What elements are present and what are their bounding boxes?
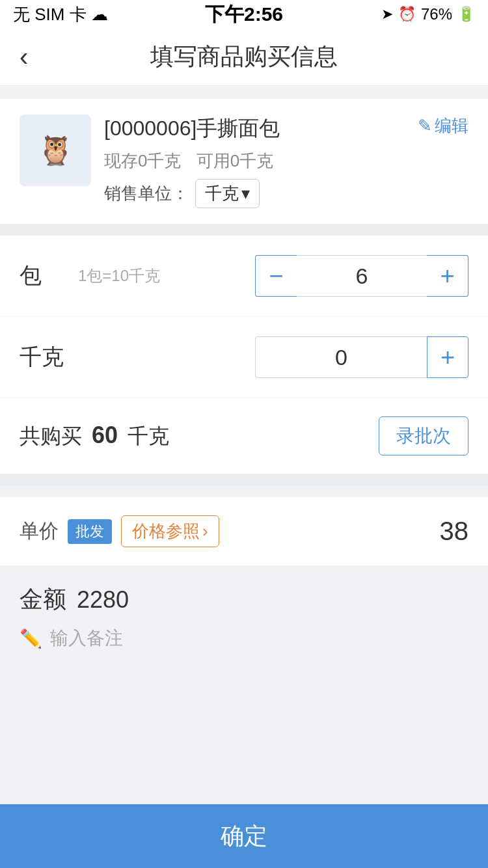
confirm-button[interactable]: 确定	[221, 821, 267, 852]
status-time: 下午2:56	[205, 1, 283, 28]
amount-label: 金额	[20, 584, 66, 616]
price-ref-button[interactable]: 价格参照 ›	[121, 515, 219, 547]
kg-quantity-input[interactable]	[255, 336, 427, 378]
status-right: ➤ ⏰ 76% 🔋	[381, 5, 475, 23]
unit-value: 千克	[205, 182, 239, 205]
kg-increment-button[interactable]: +	[427, 336, 468, 378]
stock-label: 现存0千克	[104, 151, 181, 170]
price-section: 单价 批发 价格参照 › 38	[0, 497, 488, 565]
product-thumbnail: 🦉	[20, 115, 91, 186]
edit-icon: ✎	[418, 116, 432, 136]
product-info: [0000006]手撕面包 ✎ 编辑 现存0千克 可用0千克 销售单位： 千克 …	[104, 115, 468, 208]
location-icon: ➤	[381, 6, 393, 23]
price-ref-arrow-icon: ›	[202, 521, 208, 541]
section-divider-1	[0, 224, 488, 236]
product-stock: 现存0千克 可用0千克	[104, 150, 468, 172]
amount-value: 2280	[77, 586, 129, 614]
bag-hint: 1包=10千克	[78, 265, 255, 286]
status-left: 无 SIM 卡 ☁	[13, 3, 108, 26]
kg-label: 千克	[20, 342, 72, 372]
battery-icon: 🔋	[457, 6, 475, 23]
bag-quantity-control: − +	[255, 255, 468, 297]
available-label: 可用0千克	[197, 151, 273, 170]
back-button[interactable]: ‹	[20, 42, 28, 72]
product-top-row: [0000006]手撕面包 ✎ 编辑	[104, 115, 468, 150]
bag-quantity-row: 包 1包=10千克 − +	[0, 236, 488, 317]
summary-unit: 千克	[128, 424, 169, 448]
bag-quantity-input[interactable]	[297, 255, 427, 297]
summary-row: 共购买 60 千克 录批次	[0, 398, 488, 474]
battery-label: 76%	[421, 5, 452, 23]
remark-row[interactable]: ✏️ 输入备注	[20, 626, 468, 651]
page-title: 填写商品购买信息	[150, 41, 338, 73]
edit-label: 编辑	[435, 115, 468, 137]
confirm-bar[interactable]: 确定	[0, 804, 488, 868]
status-bar: 无 SIM 卡 ☁ 下午2:56 ➤ ⏰ 76% 🔋	[0, 0, 488, 29]
bag-increment-button[interactable]: +	[427, 255, 468, 297]
no-sim-label: 无 SIM 卡 ☁	[13, 3, 108, 26]
edit-button[interactable]: ✎ 编辑	[418, 115, 468, 137]
kg-quantity-control: +	[255, 336, 468, 378]
batch-button[interactable]: 录批次	[379, 416, 468, 455]
price-value: 38	[440, 517, 469, 546]
price-batch-tag: 批发	[68, 519, 112, 544]
section-divider-2	[0, 474, 488, 485]
summary-label: 共购买	[20, 424, 82, 448]
bag-decrement-button[interactable]: −	[255, 255, 297, 297]
nav-bar: ‹ 填写商品购买信息	[0, 29, 488, 86]
summary-text: 共购买 60 千克	[20, 422, 169, 451]
product-logo-icon: 🦉	[38, 133, 74, 167]
alarm-icon: ⏰	[398, 6, 416, 23]
remark-placeholder: 输入备注	[50, 626, 123, 651]
product-card: 🦉 [0000006]手撕面包 ✎ 编辑 现存0千克 可用0千克 销售单位： 千…	[0, 99, 488, 224]
pencil-icon: ✏️	[20, 628, 42, 649]
product-name: [0000006]手撕面包	[104, 115, 280, 143]
product-unit-row: 销售单位： 千克 ▾	[104, 179, 468, 208]
price-row: 单价 批发 价格参照 › 38	[20, 515, 468, 547]
amount-section: 金额 2280 ✏️ 输入备注	[0, 565, 488, 661]
kg-quantity-row: 千克 +	[0, 317, 488, 398]
summary-quantity: 60	[92, 422, 118, 448]
price-label: 单价	[20, 518, 59, 545]
unit-select[interactable]: 千克 ▾	[195, 179, 260, 208]
bag-label: 包	[20, 261, 72, 291]
quantity-section: 包 1包=10千克 − + 千克 +	[0, 236, 488, 398]
chevron-down-icon: ▾	[241, 183, 250, 204]
amount-row: 金额 2280	[20, 584, 468, 616]
price-ref-label: 价格参照	[132, 520, 200, 543]
unit-label: 销售单位：	[104, 182, 189, 205]
